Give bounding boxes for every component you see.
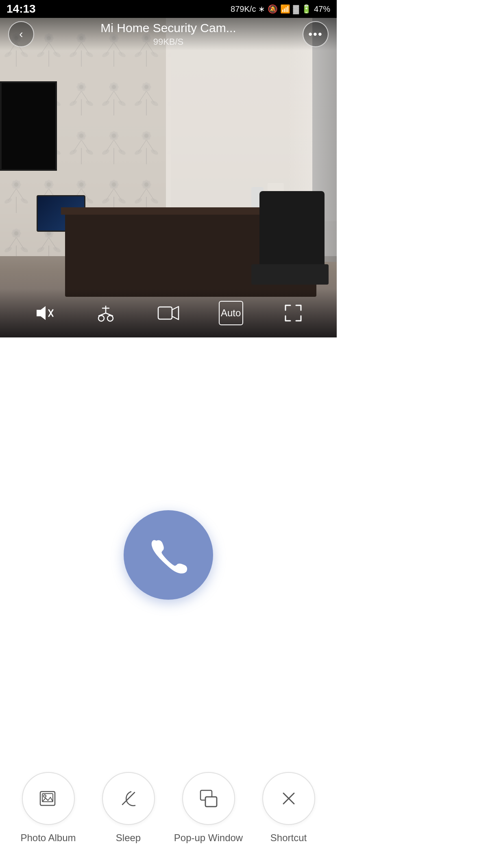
photo-album-label: Photo Album [20,832,76,844]
sleep-item[interactable]: Sleep [88,772,168,844]
svg-rect-27 [205,797,217,807]
tv [0,81,57,171]
wifi-icon: 📶 [280,4,290,14]
shortcut-item[interactable]: Shortcut [248,772,329,844]
more-button[interactable]: ••• [303,21,329,47]
chair-seat [251,264,329,285]
camera-header: ‹ Mi Home Security Cam... 99KB/S ••• [0,18,337,50]
photo-album-circle [22,772,75,825]
svg-point-24 [44,795,46,797]
shortcut-label: Shortcut [270,832,307,844]
chair-back [259,191,325,272]
more-dots-icon: ••• [308,28,322,41]
status-time: 14:13 [7,2,36,15]
main-content: Photo Album Sleep Pop-up W [0,337,337,868]
svg-line-25 [122,792,135,805]
camera-title-area: Mi Home Security Cam... 99KB/S [34,21,303,47]
mute-icon [33,303,54,323]
status-right: 879K/c ∗ 🔕 📶 ▓ 🔋 47% [231,4,330,14]
camera-controls: Auto [0,301,337,325]
scissors-icon [96,303,116,323]
popup-window-item[interactable]: Pop-up Window [168,772,248,844]
back-button[interactable]: ‹ [8,21,34,47]
auto-label: Auto [221,307,241,319]
shortcut-icon [279,788,299,809]
svg-marker-21 [172,307,179,320]
signal-icon: ▓ [293,4,299,14]
bottom-actions: Photo Album Sleep Pop-up W [0,756,337,868]
popup-circle [182,772,235,825]
camera-view: ‹ Mi Home Security Cam... 99KB/S ••• [0,0,337,337]
svg-rect-20 [158,307,172,319]
svg-marker-11 [37,306,46,320]
svg-point-14 [98,315,104,321]
back-arrow-icon: ‹ [19,28,23,40]
call-icon [148,535,189,575]
sleep-circle [102,772,155,825]
photo-album-item[interactable]: Photo Album [8,772,88,844]
network-speed: 879K/c [231,4,256,14]
battery-icon: 🔋 [301,4,312,14]
camera-speed: 99KB/S [34,37,303,47]
screenshot-button[interactable] [94,301,118,325]
photo-album-icon [38,788,59,809]
status-bar: 14:13 879K/c ∗ 🔕 📶 ▓ 🔋 47% [0,0,337,18]
mute-icon: 🔕 [268,4,278,14]
call-section [124,337,213,756]
popup-icon [198,788,219,809]
fullscreen-button[interactable] [281,301,305,325]
mute-button[interactable] [31,301,56,325]
battery-percent: 47% [314,4,330,14]
sleep-icon [118,788,139,809]
camera-title: Mi Home Security Cam... [34,21,303,35]
call-button[interactable] [124,510,213,600]
record-button[interactable] [156,301,181,325]
shortcut-circle [262,772,315,825]
svg-point-15 [107,315,113,321]
fullscreen-icon [283,303,303,323]
sleep-label: Sleep [116,832,141,844]
auto-button[interactable]: Auto [219,301,243,325]
record-icon [157,305,179,321]
bluetooth-icon: ∗ [258,4,265,14]
popup-label: Pop-up Window [174,832,243,844]
